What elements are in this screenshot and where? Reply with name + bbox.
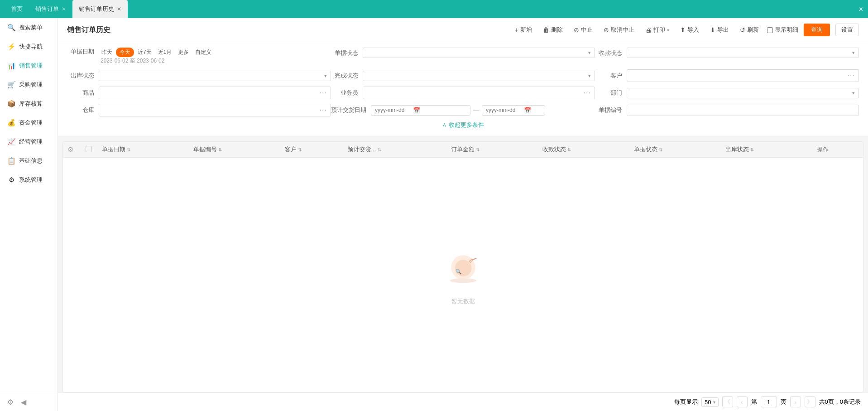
order-status-select[interactable]: ▾ [363, 48, 595, 58]
order-number-label: 单据编号 [595, 106, 627, 114]
empty-icon: 🔍 [441, 245, 486, 290]
per-page-select[interactable]: 50 ▾ [701, 397, 718, 407]
expected-delivery-start[interactable] [375, 107, 411, 113]
completion-status-select[interactable]: ▾ [363, 71, 595, 81]
th-order-status-sort[interactable]: 单据状态 ⇅ [634, 145, 716, 154]
collapse-row[interactable]: ∧ 收起更多条件 [67, 119, 859, 131]
refresh-button[interactable]: ↺ 刷新 [737, 24, 762, 36]
sidebar-item-finance[interactable]: 💰 资金管理 [0, 113, 58, 132]
date-btn-1month[interactable]: 近1月 [155, 48, 175, 57]
sidebar-item-system[interactable]: ⚙ 系统管理 [0, 170, 58, 189]
sidebar-item-operations[interactable]: 📈 经营管理 [0, 132, 58, 151]
settings-button[interactable]: 设置 [835, 24, 859, 36]
calendar-end-icon[interactable]: 📅 [524, 107, 531, 114]
settings-gear-icon[interactable]: ⚙ [67, 145, 73, 153]
toolbar: + 新增 🗑 删除 ⊘ 中止 ⊘ 取消中止 🖨 打印 [512, 24, 859, 36]
expected-delivery-input-end[interactable]: 📅 [482, 105, 545, 116]
th-payment[interactable]: 收款状态 ⇅ [538, 142, 629, 158]
first-page-button[interactable]: 《 [722, 396, 733, 407]
tab-sales-order-history[interactable]: 销售订单历史 ✕ [72, 0, 128, 18]
completion-status-filter: 完成状态 ▾ [331, 71, 595, 81]
th-amount-sort[interactable]: 订单金额 ⇅ [451, 145, 533, 154]
order-number-input[interactable] [631, 107, 855, 114]
th-payment-sort[interactable]: 收款状态 ⇅ [542, 145, 625, 154]
tab-sales-order-history-close[interactable]: ✕ [117, 6, 121, 12]
select-all-checkbox[interactable] [86, 146, 92, 152]
th-settings[interactable]: ⚙ [63, 142, 81, 158]
customer-label: 客户 [595, 72, 627, 80]
export-button[interactable]: ⬇ 导出 [707, 24, 732, 36]
delete-icon: 🗑 [543, 26, 549, 34]
expected-delivery-input-start[interactable]: 📅 [371, 105, 470, 116]
delivery-status-select[interactable]: ▾ [99, 71, 331, 81]
th-checkbox[interactable] [81, 142, 97, 158]
salesperson-ellipsis[interactable]: ··· [584, 89, 591, 97]
th-customer[interactable]: 客户 ⇅ [280, 142, 343, 158]
sidebar-item-basic-info[interactable]: 📋 基础信息 [0, 151, 58, 170]
sidebar-item-purchase[interactable]: 🛒 采购管理 [0, 75, 58, 94]
customer-ellipsis[interactable]: ··· [848, 72, 855, 80]
delete-button[interactable]: 🗑 删除 [540, 24, 566, 36]
department-label: 部门 [595, 89, 627, 97]
date-filter-content: 昨天 今天 近7天 近1月 更多 自定义 2023-06-02 至 2023-0… [99, 48, 214, 65]
sidebar-item-quicknav[interactable]: ⚡ 快捷导航 [0, 37, 58, 56]
th-order-status[interactable]: 单据状态 ⇅ [629, 142, 721, 158]
calendar-start-icon[interactable]: 📅 [413, 107, 420, 114]
total-info: 共0页，0条记录 [819, 398, 861, 406]
window-close-btn[interactable]: ✕ [858, 6, 863, 13]
product-ellipsis[interactable]: ··· [320, 89, 327, 97]
sidebar-settings-icon[interactable]: ⚙ [7, 398, 14, 406]
cancel-stop-label: 取消中止 [611, 26, 634, 34]
new-button[interactable]: + 新增 [512, 24, 535, 36]
display-toggle[interactable]: 显示明细 [767, 26, 798, 34]
sidebar-item-search[interactable]: 🔍 搜索菜单 [0, 18, 58, 37]
display-toggle-checkbox[interactable] [767, 27, 773, 33]
th-customer-sort[interactable]: 客户 ⇅ [285, 145, 339, 154]
th-delivery-status[interactable]: 出库状态 ⇅ [721, 142, 812, 158]
stop-button[interactable]: ⊘ 中止 [571, 24, 595, 36]
display-toggle-label: 显示明细 [775, 26, 798, 34]
date-btn-7days[interactable]: 近7天 [135, 48, 154, 57]
refresh-label: 刷新 [747, 26, 759, 34]
last-page-button[interactable]: 》 [805, 396, 815, 407]
th-delivery[interactable]: 预计交货... ⇅ [343, 142, 446, 158]
cancel-stop-icon: ⊘ [604, 26, 609, 34]
th-delivery-status-sort[interactable]: 出库状态 ⇅ [725, 145, 808, 154]
tab-home-label: 首页 [11, 5, 23, 13]
tab-home[interactable]: 首页 [5, 0, 29, 18]
tab-sales-order-close[interactable]: ✕ [62, 6, 66, 12]
th-payment-label: 收款状态 [542, 145, 566, 154]
date-btn-today[interactable]: 今天 [116, 48, 134, 57]
filter-row-2: 出库状态 ▾ 完成状态 ▾ 客户 [67, 69, 859, 82]
query-button[interactable]: 查询 [804, 24, 830, 36]
sidebar-item-inventory[interactable]: 📦 库存核算 [0, 94, 58, 113]
date-btn-more[interactable]: 更多 [175, 48, 192, 57]
sales-icon: 📊 [7, 62, 15, 70]
th-date[interactable]: 单据日期 ⇅ [97, 142, 189, 158]
th-delivery-sort[interactable]: 预计交货... ⇅ [348, 145, 442, 154]
import-button[interactable]: ⬆ 导入 [677, 24, 702, 36]
th-number-sort[interactable]: 单据编号 ⇅ [193, 145, 276, 154]
date-btn-custom[interactable]: 自定义 [192, 48, 214, 57]
basic-info-icon: 📋 [7, 157, 15, 165]
th-amount[interactable]: 订单金额 ⇅ [446, 142, 538, 158]
print-button[interactable]: 🖨 打印 ▾ [643, 24, 672, 36]
cancel-stop-button[interactable]: ⊘ 取消中止 [601, 24, 637, 36]
th-date-sort[interactable]: 单据日期 ⇅ [102, 145, 184, 154]
warehouse-ellipsis[interactable]: ··· [320, 106, 327, 114]
prev-page-button[interactable]: ‹ [737, 396, 748, 407]
tab-sales-order[interactable]: 销售订单 ✕ [29, 0, 72, 18]
page-input[interactable] [761, 396, 777, 407]
sidebar-item-sales[interactable]: 📊 销售管理 [0, 56, 58, 75]
refresh-icon: ↺ [740, 26, 745, 34]
th-number[interactable]: 单据编号 ⇅ [189, 142, 280, 158]
sidebar-collapse-icon[interactable]: ◀ [21, 398, 26, 406]
system-icon: ⚙ [7, 176, 15, 184]
payment-status-select[interactable]: ▾ [627, 48, 859, 58]
next-page-button[interactable]: › [790, 396, 801, 407]
date-btn-yesterday[interactable]: 昨天 [99, 48, 115, 57]
stop-icon: ⊘ [574, 26, 579, 34]
expected-delivery-end[interactable] [486, 107, 522, 113]
department-select[interactable]: ▾ [627, 88, 859, 98]
table-area: ⚙ 单据日期 ⇅ [62, 141, 863, 392]
